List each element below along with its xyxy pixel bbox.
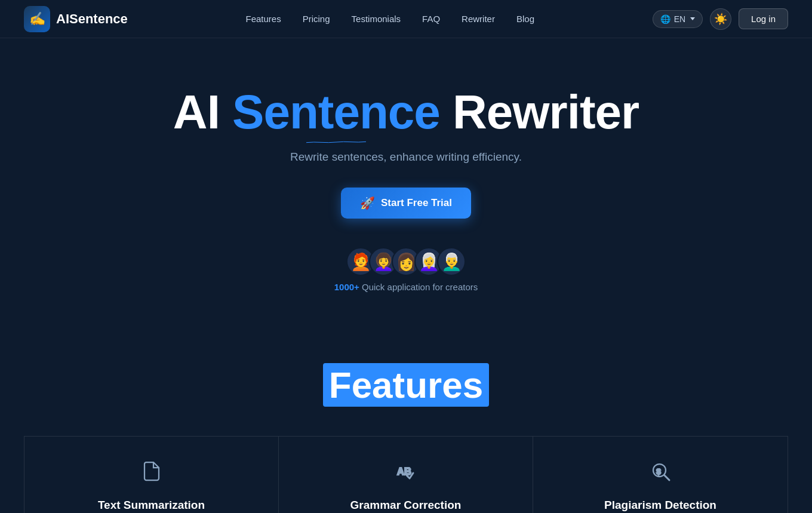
features-title-highlight: Features [323, 363, 489, 407]
social-proof: 🧑‍🦰 👩‍🦱 👩 👩‍🦳 👨‍🦳 1000+ Quick applicatio… [334, 247, 478, 292]
hero-title-prefix: AI [173, 85, 232, 139]
nav-link-blog[interactable]: Blog [516, 14, 534, 24]
theme-toggle[interactable]: ☀️ [710, 8, 731, 30]
rocket-icon: 🚀 [360, 196, 375, 210]
feature-card-text-summarization: Text Summarization Automatically condens… [24, 437, 279, 513]
nav-link-features[interactable]: Features [246, 14, 281, 24]
cta-label: Start Free Trial [381, 197, 452, 209]
avatar-stack: 🧑‍🦰 👩‍🦱 👩 👩‍🦳 👨‍🦳 [346, 247, 466, 276]
hero-title: AI Sentence Rewriter [173, 86, 639, 139]
features-section: Features Text Summarization Automaticall… [0, 328, 812, 513]
hero-title-highlight: Sentence [232, 86, 440, 139]
section-title-wrap: Features [24, 364, 788, 406]
nav-links: Features Pricing Testimonials FAQ Rewrit… [246, 14, 534, 24]
start-free-trial-button[interactable]: 🚀 Start Free Trial [341, 188, 471, 219]
plagiarism-detection-icon: $ [650, 460, 671, 487]
lang-label: EN [674, 14, 685, 24]
grammar-correction-icon: AB [395, 460, 417, 487]
globe-icon: 🌐 [660, 14, 670, 24]
nav-right: 🌐 EN ☀️ Log in [653, 8, 788, 30]
sun-icon: ☀️ [714, 13, 727, 26]
hero-subtitle: Rewrite sentences, enhance writing effic… [290, 150, 522, 164]
social-proof-text: Quick application for creators [359, 282, 478, 292]
nav-link-faq[interactable]: FAQ [422, 14, 440, 24]
chevron-down-icon [690, 17, 695, 20]
hero-section: AI Sentence Rewriter Rewrite sentences, … [0, 38, 812, 328]
feature-card-plagiarism-detection: $ Plagiarism Detection Scans text agains… [533, 437, 788, 513]
nav-link-rewriter[interactable]: Rewriter [462, 14, 495, 24]
logo-icon: ✍️ [24, 6, 50, 32]
logo-text: AISentence [56, 11, 128, 27]
feature-card-grammar-correction: AB Grammar Correction Identifies and cor… [279, 437, 533, 513]
user-count: 1000+ [334, 282, 359, 292]
features-section-title: Features [323, 364, 489, 406]
svg-text:$: $ [656, 467, 661, 476]
text-summarization-icon [141, 460, 162, 487]
login-button[interactable]: Log in [739, 8, 788, 29]
nav-link-pricing[interactable]: Pricing [303, 14, 330, 24]
feature-title-text-summarization: Text Summarization [98, 499, 205, 512]
hero-title-suffix: Rewriter [440, 85, 639, 139]
navbar: ✍️ AISentence Features Pricing Testimoni… [0, 0, 812, 38]
social-proof-label: 1000+ Quick application for creators [334, 282, 478, 292]
logo[interactable]: ✍️ AISentence [24, 6, 128, 32]
avatar-5: 👨‍🦳 [437, 247, 466, 276]
nav-link-testimonials[interactable]: Testimonials [352, 14, 401, 24]
svg-text:AB: AB [397, 466, 411, 477]
feature-title-grammar-correction: Grammar Correction [350, 499, 462, 512]
svg-line-2 [665, 475, 669, 480]
feature-title-plagiarism-detection: Plagiarism Detection [604, 499, 716, 512]
language-selector[interactable]: 🌐 EN [653, 10, 703, 28]
features-grid: Text Summarization Automatically condens… [24, 436, 788, 513]
